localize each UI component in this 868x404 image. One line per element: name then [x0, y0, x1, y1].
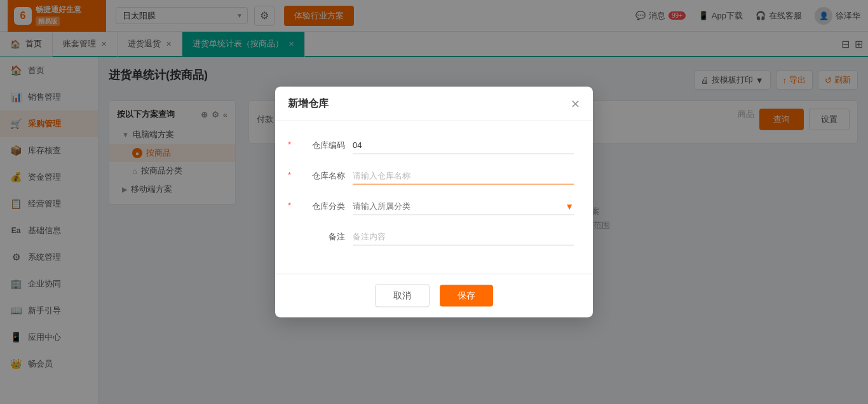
modal-header: 新增仓库 ✕	[275, 87, 593, 121]
form-row-note: 备注	[294, 228, 574, 246]
form-input-category[interactable]	[353, 198, 565, 215]
form-row-name: 仓库名称	[294, 167, 574, 185]
modal-title: 新增仓库	[288, 97, 329, 111]
form-label-code: 仓库编码	[294, 140, 345, 151]
form-row-category: 仓库分类 ▼	[294, 198, 574, 215]
modal-body: 仓库编码 仓库名称 仓库分类 ▼ 备注	[275, 121, 593, 274]
category-dropdown-icon[interactable]: ▼	[565, 201, 574, 211]
form-category-wrap: ▼	[353, 198, 574, 215]
modal-footer: 取消 保存	[275, 274, 593, 318]
form-input-code[interactable]	[353, 137, 574, 154]
form-input-name[interactable]	[353, 167, 574, 185]
save-button[interactable]: 保存	[440, 285, 493, 307]
form-label-note: 备注	[294, 231, 345, 243]
modal-close-button[interactable]: ✕	[571, 98, 580, 109]
form-input-note[interactable]	[353, 228, 574, 246]
form-row-code: 仓库编码	[294, 137, 574, 154]
cancel-button[interactable]: 取消	[375, 285, 430, 307]
form-label-category: 仓库分类	[294, 201, 345, 212]
form-label-name: 仓库名称	[294, 170, 345, 182]
modal-new-warehouse: 新增仓库 ✕ 仓库编码 仓库名称 仓库分类 ▼ 备注 取消 保存	[275, 87, 593, 318]
